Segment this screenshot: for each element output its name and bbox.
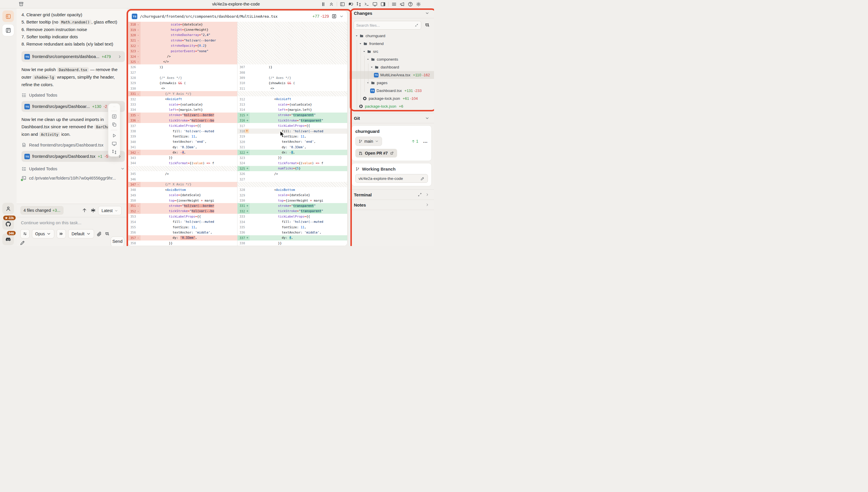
diff-line-left[interactable]: 327 (128, 70, 237, 75)
megaphone-icon[interactable] (399, 1, 405, 7)
diff-line-right[interactable]: 307 )} (237, 65, 347, 70)
diff-line-right[interactable]: 318+ fill: 'hsl(var(--muted (237, 128, 347, 134)
drag-handle-icon[interactable] (112, 105, 117, 108)
chevrons-up-icon[interactable] (329, 1, 334, 7)
panel-right-icon[interactable] (380, 1, 386, 7)
layout-view-button[interactable] (2, 10, 14, 22)
diff-line-right[interactable] (237, 91, 347, 96)
diff-line-right[interactable]: 326 /> (237, 171, 347, 176)
archive-icon[interactable] (19, 1, 24, 7)
up-arrow-icon[interactable] (81, 207, 87, 213)
version-dropdown[interactable]: Latest (98, 206, 122, 215)
diff-line-right[interactable] (237, 27, 347, 32)
settings-sliders-button[interactable] (20, 229, 30, 239)
search-input[interactable]: Search files... (354, 21, 421, 30)
diff-line-left[interactable]: 336- tickStroke="hsl(var(--bo (128, 118, 237, 123)
diff-line-left[interactable]: 356 textAnchor: 'middle', (128, 230, 237, 235)
chevron-down-icon[interactable] (339, 14, 344, 19)
diff-line-right[interactable]: 332+ tickStroke="transparent" (237, 208, 347, 214)
diff-line-left[interactable]: 349 scale={dateScale} (128, 193, 237, 198)
message-input[interactable]: Continue working on this task... (21, 220, 122, 225)
tree-item-pages[interactable]: pages (349, 79, 434, 87)
pause-icon[interactable] (321, 1, 326, 7)
diff-line-right[interactable]: 334 fill: 'hsl(var(--muted (237, 219, 347, 224)
diff-line-left[interactable]: 342- dx: -4, (128, 150, 237, 155)
account-button[interactable] (2, 203, 14, 214)
diff-line-left[interactable]: 323- pointerEvents="none" (128, 48, 237, 54)
kanban-view-button[interactable] (2, 24, 14, 36)
diff-line-right[interactable]: 323 }} (237, 155, 347, 161)
diff-line-right[interactable]: 327 (237, 176, 347, 181)
diff-line-left[interactable]: 341 dy: '0.33em', (128, 145, 237, 150)
diff-line-right[interactable]: 335 fontSize: 11, (237, 224, 347, 230)
diff-line-left[interactable]: 335- stroke="hsl(var(--border (128, 113, 237, 118)
menu-icon[interactable] (391, 1, 397, 7)
diff-line-right[interactable]: 321 dy: '0.33em', (237, 145, 347, 150)
monitor-icon[interactable] (112, 141, 117, 147)
diff-line-right[interactable]: 324 tickFormat={(value) => f (237, 161, 347, 166)
diff-line-right[interactable]: 328 <AxisBottom (237, 187, 347, 192)
updated-todos-row[interactable]: Updated Todos (22, 166, 125, 171)
expand-icon[interactable] (418, 193, 422, 197)
diff-line-left[interactable]: 324- /> (128, 54, 237, 59)
tree-item-package-lock-json[interactable]: package-lock.json+61-104 (349, 95, 434, 102)
send-button[interactable]: Send (111, 237, 124, 246)
diff-line-right[interactable]: 337+ dy: 4, (237, 235, 347, 241)
diff-line-right[interactable]: 315+ stroke="transparent" (237, 113, 347, 118)
spark-icon[interactable] (90, 207, 96, 213)
tree-item-churnguard[interactable]: churnguard (349, 32, 434, 40)
diff-line-right[interactable]: 336 textAnchor: 'middle', (237, 230, 347, 235)
commits-ahead[interactable]: 1 (411, 139, 418, 144)
play-icon[interactable] (112, 133, 117, 139)
diff-line-right[interactable] (237, 38, 347, 43)
copy-icon[interactable] (112, 122, 117, 127)
diff-line-left[interactable]: 350 top={innerHeight + margi (128, 198, 237, 203)
diff-line-left[interactable]: 357- dy: '0.33em', (128, 235, 237, 241)
working-branch-input[interactable]: vk/4e2a-explore-the-code (355, 174, 428, 183)
monitor-icon[interactable] (372, 1, 378, 7)
fast-forward-button[interactable] (56, 229, 66, 239)
files-changed-chip[interactable]: 4 files changed +3... (20, 206, 64, 215)
diff-line-right[interactable] (237, 43, 347, 48)
diff-line-left[interactable]: 331- {/* Y Axis */} (128, 91, 237, 96)
diff-line-right[interactable]: 331+ stroke="transparent" (237, 203, 347, 208)
branch-dropdown[interactable]: main (355, 137, 382, 146)
diff-line-left[interactable]: 352- tickStroke="hsl(var(--bo (128, 208, 237, 214)
tree-item-dashboard-tsx[interactable]: TSDashboard.tsx+131-233 (349, 87, 434, 95)
diff-line-left[interactable]: 328 {/* Axes */} (128, 75, 237, 80)
diff-line-left[interactable]: 347- {/* X Axis */} (128, 182, 237, 187)
diff-line-left[interactable]: 345 /> (128, 171, 237, 176)
more-button[interactable]: … (423, 139, 428, 144)
brush-icon[interactable] (20, 240, 26, 246)
tree-item-src[interactable]: src (349, 48, 434, 55)
diff-line-left[interactable]: 320- strokeDasharray="2,4" (128, 32, 237, 38)
tree-item-components[interactable]: components (349, 55, 434, 63)
chevron-down-icon[interactable] (120, 167, 125, 171)
diff-line-left[interactable]: 339 fontSize: 11, (128, 134, 237, 139)
diff-line-left[interactable]: 318- scale={dateScale} (128, 22, 237, 27)
diff-line-right[interactable]: 325+ numTicks={5} (237, 166, 347, 171)
mode-dropdown[interactable]: Default (68, 229, 94, 239)
diff-line-right[interactable]: 329 scale={dateScale} (237, 193, 347, 198)
git-compare-icon[interactable] (356, 1, 361, 7)
diff-line-right[interactable]: 316+ tickStroke="transparent" (237, 118, 347, 123)
diff-line-right[interactable] (237, 32, 347, 38)
model-dropdown[interactable]: Opus (32, 229, 54, 239)
diff-line-left[interactable]: 355 fontSize: 11, (128, 224, 237, 230)
gear-icon[interactable] (416, 1, 421, 7)
diff-line-right[interactable]: 338 }} (237, 241, 347, 246)
diff-line-left[interactable]: 333 scale={valueScale} (128, 102, 237, 107)
tree-item-dashboard[interactable]: dashboard (349, 63, 434, 71)
collapse-icon[interactable] (415, 23, 419, 27)
terminal-command-row[interactable]: cd /private/var/folders/10/h7w0q46556ggr… (22, 175, 125, 180)
diff-line-left[interactable]: 346 (128, 176, 237, 181)
diff-line-right[interactable] (237, 54, 347, 59)
diff-line-left[interactable]: 334 left={margin.left} (128, 107, 237, 112)
diff-line-right[interactable]: 330 top={innerHeight + margi (237, 198, 347, 203)
diff-line-right[interactable] (237, 59, 347, 65)
open-pr-button[interactable]: Open PR #7 (355, 149, 397, 157)
github-button[interactable]: ★ 22k (2, 218, 14, 230)
diff-line-right[interactable]: 308 (237, 70, 347, 75)
diff-line-right[interactable]: 333 tickLabelProps={{ (237, 214, 347, 219)
diff-line-left[interactable]: 321- stroke="hsl(var(--border (128, 38, 237, 43)
